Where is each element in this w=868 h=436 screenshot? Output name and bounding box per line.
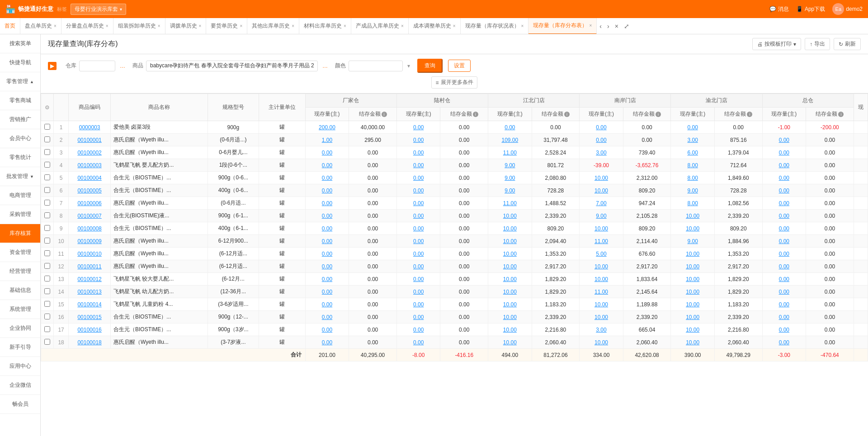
row-checkbox[interactable] <box>41 210 54 222</box>
tab-3[interactable]: 组装拆卸单历史 × <box>113 18 165 34</box>
sidebar-item-inventory[interactable]: 库存核算 <box>0 224 40 243</box>
row-yubei-qty[interactable]: 3.00 <box>671 134 715 146</box>
user-item[interactable]: Ea demo2 <box>832 3 863 15</box>
sidebar-item-purchase[interactable]: 采购管理 <box>0 205 40 224</box>
row-nanan-qty[interactable]: 0.00 <box>580 134 623 146</box>
row-jiangbei-qty[interactable]: 9.00 <box>488 159 532 172</box>
row-lu-qty[interactable]: 0.00 <box>396 210 440 222</box>
row-code[interactable]: 00100003 <box>69 159 111 172</box>
tab-5[interactable]: 要货单历史 × <box>206 18 247 34</box>
row-factory-qty[interactable]: 0.00 <box>305 210 349 222</box>
tab-close-5[interactable]: × <box>240 23 242 28</box>
row-lu-qty[interactable]: 0.00 <box>396 222 440 235</box>
row-factory-qty[interactable]: 0.00 <box>305 184 349 197</box>
row-lu-qty[interactable]: 0.00 <box>396 298 440 311</box>
row-factory-qty[interactable]: 0.00 <box>305 311 349 323</box>
message-item[interactable]: 💬 消息 <box>769 5 789 13</box>
row-code[interactable]: 00100008 <box>69 222 111 235</box>
sidebar-item-guide[interactable]: 新手引导 <box>0 338 40 357</box>
row-code[interactable]: 00100013 <box>69 286 111 298</box>
sidebar-item-nav[interactable]: 快捷导航 <box>0 53 40 72</box>
row-jiangbei-qty[interactable]: 11.00 <box>488 146 532 159</box>
row-total-qty[interactable]: 0.00 <box>762 222 806 235</box>
row-lu-qty[interactable]: 0.00 <box>396 311 440 323</box>
row-factory-qty[interactable]: 0.00 <box>305 222 349 235</box>
row-jiangbei-qty[interactable]: 10.00 <box>488 248 532 260</box>
row-checkbox[interactable] <box>41 159 54 172</box>
row-nanan-qty[interactable]: 5.00 <box>580 248 623 260</box>
sidebar-item-retail-stats[interactable]: 零售统计 <box>0 148 40 167</box>
row-jiangbei-qty[interactable]: 10.00 <box>488 260 532 273</box>
sidebar-item-wechat[interactable]: 企业微信 <box>0 376 40 395</box>
row-nanan-qty[interactable]: 10.00 <box>580 222 623 235</box>
row-jiangbei-qty[interactable]: 10.00 <box>488 210 532 222</box>
row-code[interactable]: 00100009 <box>69 235 111 248</box>
row-nanan-qty[interactable]: 3.00 <box>580 323 623 336</box>
row-jiangbei-qty[interactable]: 10.00 <box>488 298 532 311</box>
tab-9[interactable]: 成本调整单历史 × <box>409 18 461 34</box>
row-lu-qty[interactable]: 0.00 <box>396 248 440 260</box>
query-button[interactable]: 查询 <box>417 59 443 73</box>
row-code[interactable]: 00100004 <box>69 172 111 184</box>
row-checkbox[interactable] <box>41 222 54 235</box>
row-lu-qty[interactable]: 0.00 <box>396 184 440 197</box>
row-factory-qty[interactable]: 200.00 <box>305 121 349 134</box>
row-total-qty[interactable]: 0.00 <box>762 286 806 298</box>
tab-close-all[interactable]: × <box>612 23 621 30</box>
row-nanan-qty[interactable]: 0.00 <box>580 121 623 134</box>
export-button[interactable]: ↑ 导出 <box>805 38 830 50</box>
row-code[interactable]: 0000003 <box>69 121 111 134</box>
row-lu-qty[interactable]: 0.00 <box>396 286 440 298</box>
row-jiangbei-qty[interactable]: 10.00 <box>488 222 532 235</box>
tab-fullscreen[interactable]: ⤢ <box>621 23 632 30</box>
row-nanan-qty[interactable]: -39.00 <box>580 159 623 172</box>
row-code[interactable]: 00100018 <box>69 336 111 349</box>
row-lu-qty[interactable]: 0.00 <box>396 323 440 336</box>
row-yubei-qty[interactable]: 8.00 <box>671 197 715 210</box>
row-jiangbei-qty[interactable]: 0.00 <box>488 121 532 134</box>
tab-close-4[interactable]: × <box>199 23 202 28</box>
row-nanan-qty[interactable]: 9.00 <box>580 210 623 222</box>
filter-toggle-arrow[interactable]: ▶ <box>48 62 57 70</box>
tab-8[interactable]: 产成品入库单历史 × <box>351 18 409 34</box>
sidebar-item-system[interactable]: 系统管理 <box>0 300 40 319</box>
tab-1[interactable]: 盘点单历史 × <box>20 18 61 34</box>
sidebar-item-basic[interactable]: 基础信息 <box>0 281 40 300</box>
settings-button[interactable]: 设置 <box>448 60 471 72</box>
tab-4[interactable]: 调拨单历史 × <box>165 18 207 34</box>
row-factory-qty[interactable]: 1.00 <box>305 134 349 146</box>
row-jiangbei-qty[interactable]: 11.00 <box>488 197 532 210</box>
row-jiangbei-qty[interactable]: 9.00 <box>488 184 532 197</box>
row-yubei-qty[interactable]: 8.00 <box>671 172 715 184</box>
sidebar-item-finance[interactable]: 资金管理 <box>0 243 40 262</box>
row-checkbox[interactable] <box>41 121 54 134</box>
row-total-qty[interactable]: 0.00 <box>762 146 806 159</box>
row-checkbox[interactable] <box>41 248 54 260</box>
tab-next[interactable]: › <box>604 23 612 30</box>
row-yubei-qty[interactable]: 10.00 <box>671 273 715 286</box>
row-code[interactable]: 00100014 <box>69 298 111 311</box>
sidebar-item-search[interactable]: 搜索英单 <box>0 34 40 53</box>
row-yubei-qty[interactable]: 10.00 <box>671 286 715 298</box>
row-factory-qty[interactable]: 0.00 <box>305 197 349 210</box>
row-code[interactable]: 00100007 <box>69 210 111 222</box>
expand-conditions-button[interactable]: ≡ 展开更多条件 <box>431 76 477 89</box>
row-checkbox[interactable] <box>41 134 54 146</box>
tab-close-7[interactable]: × <box>344 23 346 28</box>
tab-prev[interactable]: ‹ <box>597 23 604 30</box>
row-factory-qty[interactable]: 0.00 <box>305 336 349 349</box>
tab-2[interactable]: 分量盘点单历史 × <box>61 18 113 34</box>
row-checkbox[interactable] <box>41 146 54 159</box>
row-yubei-qty[interactable]: 10.00 <box>671 260 715 273</box>
row-code[interactable]: 00100002 <box>69 146 111 159</box>
row-yubei-qty[interactable]: 10.00 <box>671 311 715 323</box>
row-total-qty[interactable]: 0.00 <box>762 184 806 197</box>
row-factory-qty[interactable]: 0.00 <box>305 248 349 260</box>
row-lu-qty[interactable]: 0.00 <box>396 172 440 184</box>
row-yubei-qty[interactable]: 9.00 <box>671 235 715 248</box>
col-settings-header[interactable]: ⚙ <box>41 94 54 121</box>
row-jiangbei-qty[interactable]: 10.00 <box>488 336 532 349</box>
row-checkbox[interactable] <box>41 336 54 349</box>
tab-close-1[interactable]: × <box>54 23 57 28</box>
tab-close-9[interactable]: × <box>453 23 456 28</box>
